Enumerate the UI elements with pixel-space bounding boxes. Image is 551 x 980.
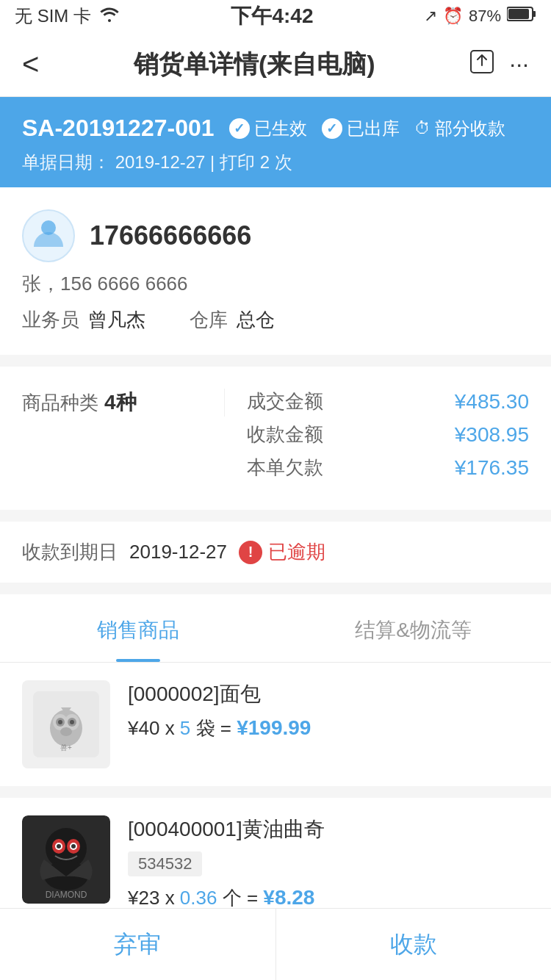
kinds-row: 商品种类 4种 — [22, 389, 224, 417]
price-x-1: x — [165, 717, 180, 739]
confirm-label: 收款 — [390, 929, 437, 961]
overdue-badge: ! 已逾期 — [239, 539, 325, 565]
price-unit-2: ¥23 — [128, 887, 159, 909]
avatar — [22, 209, 75, 262]
badge-partial: ⏱ 部分收款 — [414, 117, 505, 140]
price-eq-2: = — [247, 887, 263, 909]
wifi-icon — [98, 6, 120, 26]
customer-phone: 17666666666 — [90, 220, 251, 251]
back-button[interactable]: < — [22, 48, 39, 81]
nav-left: < — [22, 48, 39, 81]
received-value: ¥308.95 — [455, 423, 529, 447]
tab-sales-products[interactable]: 销售商品 — [0, 594, 276, 662]
sim-text: 无 SIM 卡 — [15, 4, 91, 28]
badge-shipped: ✓ 已出库 — [322, 117, 400, 140]
stats-amounts: 成交金额 ¥485.30 收款金额 ¥308.95 本单欠款 ¥176.35 — [225, 389, 529, 488]
nav-right: ··· — [469, 49, 529, 80]
price-x-2: x — [165, 887, 180, 909]
product-name-1: [0000002]面包 — [128, 680, 529, 708]
product-info-1: [0000002]面包 ¥40 x 5 袋 = ¥199.99 — [128, 680, 529, 741]
owl-gray-icon: 兽+ — [22, 680, 110, 768]
price-total-1: ¥199.99 — [237, 716, 311, 739]
tab-settlement[interactable]: 结算&物流等 — [276, 594, 551, 662]
owl-dark-icon: DIAMOND — [22, 815, 110, 904]
product-thumb-1: 兽+ — [22, 680, 110, 768]
location-icon: ↗ — [424, 7, 437, 26]
salesperson-item: 业务员 曾凡杰 — [22, 307, 145, 333]
price-qty-1: 5 — [180, 717, 190, 739]
transaction-label: 成交金额 — [247, 389, 323, 414]
date-value: 2019-12-27 — [115, 152, 206, 172]
price-qty-2: 0.36 — [180, 887, 217, 909]
product-price-1: ¥40 x 5 袋 = ¥199.99 — [128, 716, 529, 741]
received-row: 收款金额 ¥308.95 — [247, 422, 529, 447]
more-icon[interactable]: ··· — [509, 51, 529, 78]
clock-icon: ⏱ — [414, 119, 431, 138]
product-list: 兽+ [0000002]面包 ¥40 x 5 袋 = ¥199.99 — [0, 663, 551, 929]
stats-kinds: 商品种类 4种 — [22, 389, 225, 417]
date-label: 单据日期： — [22, 152, 110, 172]
price-unit-label-1: 袋 — [196, 717, 215, 739]
transaction-value: ¥485.30 — [455, 390, 529, 414]
badge-partial-label: 部分收款 — [435, 117, 505, 140]
due-amount-label: 本单欠款 — [247, 455, 323, 480]
warehouse-label: 仓库 — [190, 307, 228, 333]
svg-rect-1 — [533, 11, 536, 17]
battery-icon — [507, 6, 536, 26]
price-total-2: ¥8.28 — [263, 886, 314, 909]
svg-text:兽+: 兽+ — [60, 743, 72, 752]
product-name-2: [000400001]黄油曲奇 — [128, 815, 529, 843]
status-bar: 无 SIM 卡 下午4:42 ↗ ⏰ 87% — [0, 0, 551, 32]
print-label: | 打印 — [210, 152, 260, 172]
overdue-icon: ! — [239, 541, 262, 564]
price-unit-label-2: 个 — [223, 887, 242, 909]
overdue-label: 已逾期 — [268, 539, 325, 565]
price-eq-1: = — [220, 717, 237, 739]
battery-text: 87% — [469, 7, 501, 26]
banner-top: SA-20191227-001 ✓ 已生效 ✓ 已出库 ⏱ 部分收款 — [22, 115, 529, 142]
tabs: 销售商品 结算&物流等 — [0, 594, 551, 663]
nav-title: 销货单详情(来自电脑) — [134, 48, 375, 82]
due-date-card: 收款到期日 2019-12-27 ! 已逾期 — [0, 522, 551, 583]
badge-activated-label: 已生效 — [254, 117, 307, 140]
confirm-button[interactable]: 收款 — [276, 909, 552, 980]
alarm-icon: ⏰ — [443, 7, 463, 26]
order-id: SA-20191227-001 — [22, 115, 215, 142]
product-item: 兽+ [0000002]面包 ¥40 x 5 袋 = ¥199.99 — [0, 663, 551, 786]
product-info-2: [000400001]黄油曲奇 534532 ¥23 x 0.36 个 = ¥8… — [128, 815, 529, 911]
due-amount-row: 本单欠款 ¥176.35 — [247, 455, 529, 480]
transaction-row: 成交金额 ¥485.30 — [247, 389, 529, 414]
reject-label: 弃审 — [114, 929, 161, 961]
status-right: ↗ ⏰ 87% — [424, 6, 536, 26]
svg-rect-2 — [508, 9, 529, 19]
check-icon-shipped: ✓ — [322, 118, 342, 139]
tab-sales-products-label: 销售商品 — [97, 619, 179, 641]
reject-button[interactable]: 弃审 — [0, 909, 276, 980]
due-amount-value: ¥176.35 — [455, 456, 529, 480]
svg-point-13 — [60, 727, 72, 736]
check-icon-activated: ✓ — [229, 118, 250, 139]
salesperson-value: 曾凡杰 — [88, 307, 145, 333]
received-label: 收款金额 — [247, 422, 323, 447]
price-unit-1: ¥40 — [128, 717, 159, 739]
status-left: 无 SIM 卡 — [15, 4, 120, 28]
svg-point-12 — [70, 720, 74, 724]
kinds-label: 商品种类 — [22, 390, 98, 416]
share-icon[interactable] — [469, 49, 494, 80]
svg-point-21 — [57, 844, 61, 849]
due-date-value: 2019-12-27 — [129, 541, 227, 563]
svg-point-11 — [58, 720, 62, 724]
svg-point-22 — [71, 844, 76, 849]
customer-meta: 业务员 曾凡杰 仓库 总仓 — [22, 307, 529, 333]
customer-card: 17666666666 张，156 6666 6666 业务员 曾凡杰 仓库 总… — [0, 187, 551, 355]
print-suffix: 次 — [275, 152, 292, 172]
bottom-bar: 弃审 收款 — [0, 908, 551, 980]
print-count: 2 — [260, 152, 270, 172]
warehouse-item: 仓库 总仓 — [190, 307, 275, 333]
badge-shipped-label: 已出库 — [347, 117, 400, 140]
salesperson-label: 业务员 — [22, 307, 79, 333]
due-date-label: 收款到期日 — [22, 539, 118, 565]
customer-header: 17666666666 — [22, 209, 529, 262]
product-thumb-2: DIAMOND — [22, 815, 110, 904]
avatar-icon — [32, 216, 65, 256]
